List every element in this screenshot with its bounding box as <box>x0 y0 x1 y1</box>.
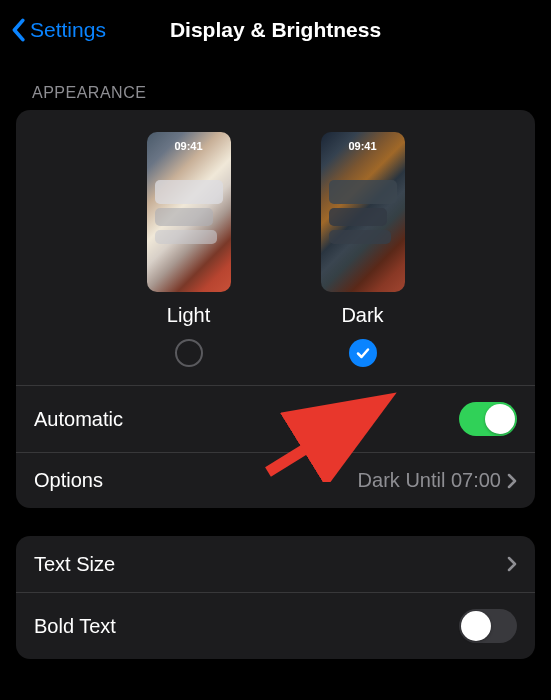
text-size-row[interactable]: Text Size <box>16 536 535 592</box>
navigation-bar: Settings Display & Brightness <box>0 0 551 56</box>
text-size-label: Text Size <box>34 553 115 576</box>
appearance-header: Appearance <box>0 56 551 110</box>
appearance-option-dark[interactable]: 09:41 Dark <box>321 132 405 367</box>
dark-mode-preview: 09:41 <box>321 132 405 292</box>
light-label: Light <box>167 304 210 327</box>
back-label: Settings <box>30 18 106 42</box>
dark-radio-checked[interactable] <box>349 339 377 367</box>
preview-time: 09:41 <box>174 140 202 152</box>
automatic-label: Automatic <box>34 408 123 431</box>
options-row[interactable]: Options Dark Until 07:00 <box>16 452 535 508</box>
page-title: Display & Brightness <box>170 18 381 42</box>
chevron-right-icon <box>507 556 517 572</box>
checkmark-icon <box>355 345 371 361</box>
options-value: Dark Until 07:00 <box>358 469 517 492</box>
appearance-options: 09:41 Light 09:41 Dark <box>16 110 535 385</box>
bold-text-row: Bold Text <box>16 592 535 659</box>
dark-label: Dark <box>341 304 383 327</box>
options-label: Options <box>34 469 103 492</box>
appearance-card: 09:41 Light 09:41 Dark Automa <box>16 110 535 508</box>
preview-time: 09:41 <box>348 140 376 152</box>
chevron-right-icon <box>507 473 517 489</box>
automatic-row: Automatic <box>16 385 535 452</box>
back-button[interactable]: Settings <box>10 18 106 42</box>
automatic-toggle[interactable] <box>459 402 517 436</box>
chevron-left-icon <box>10 18 26 42</box>
bold-text-toggle[interactable] <box>459 609 517 643</box>
light-mode-preview: 09:41 <box>147 132 231 292</box>
appearance-option-light[interactable]: 09:41 Light <box>147 132 231 367</box>
bold-text-label: Bold Text <box>34 615 116 638</box>
text-card: Text Size Bold Text <box>16 536 535 659</box>
light-radio-unchecked[interactable] <box>175 339 203 367</box>
